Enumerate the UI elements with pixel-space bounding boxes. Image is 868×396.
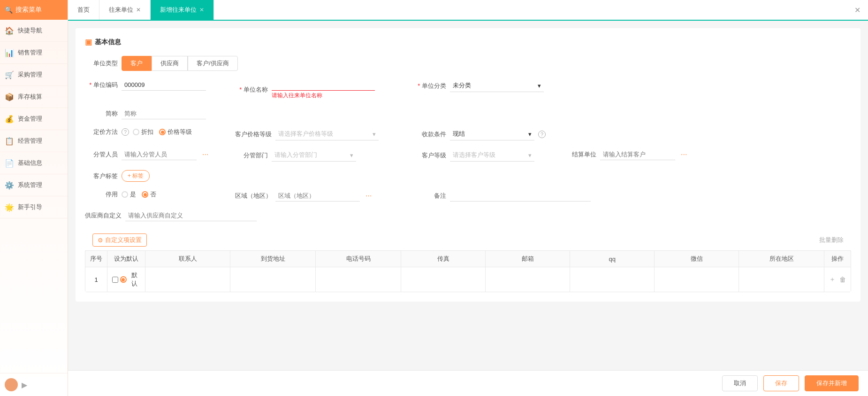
- sidebar-item-basic-info[interactable]: 📄 基础信息: [0, 152, 68, 174]
- unit-type-row: 单位类型 客户 供应商 客户/供应商: [85, 56, 851, 71]
- sidebar-item-quick-nav[interactable]: 🏠 快捷导航: [0, 20, 68, 42]
- search-menu[interactable]: 🔍 搜索菜单: [0, 0, 68, 20]
- window-close-button[interactable]: ✕: [847, 0, 868, 20]
- clipboard-icon: 📋: [5, 136, 14, 146]
- settlement-group: 结算单位 ···: [563, 149, 851, 160]
- col-email: 邮箱: [486, 251, 570, 267]
- abbreviation-row: 简称: [85, 108, 851, 119]
- batch-delete-button[interactable]: 批量删除: [819, 236, 844, 244]
- type-btn-customer[interactable]: 客户: [122, 56, 152, 71]
- cell-fax[interactable]: [401, 267, 486, 292]
- region-more-btn[interactable]: ···: [364, 192, 373, 200]
- unit-type-group: 单位类型 客户 供应商 客户/供应商: [85, 56, 851, 71]
- customer-price-level-placeholder: 请选择客户价格等级: [278, 130, 333, 138]
- sidebar-item-finance[interactable]: 💰 资金管理: [0, 108, 68, 130]
- cell-qq[interactable]: [570, 267, 654, 292]
- form-footer: 取消 保存 保存并新增: [68, 370, 868, 396]
- type-btn-supplier[interactable]: 供应商: [152, 56, 188, 71]
- cell-wechat[interactable]: [654, 267, 739, 292]
- row-checkbox[interactable]: [112, 277, 118, 283]
- search-menu-label: 搜索菜单: [15, 6, 42, 14]
- customer-level-select[interactable]: 请选择客户等级 ▾: [450, 149, 534, 162]
- contact-input[interactable]: [150, 276, 225, 283]
- chevron-down-icon: ▾: [538, 82, 541, 89]
- remarks-input[interactable]: [450, 190, 591, 202]
- default-radio[interactable]: 默认: [120, 271, 140, 288]
- settlement-input[interactable]: [600, 149, 675, 160]
- pricing-help-icon[interactable]: ?: [122, 128, 129, 136]
- customer-price-level-select[interactable]: 请选择客户价格等级 ▾: [275, 128, 379, 140]
- sidebar-item-sales[interactable]: 📊 销售管理: [0, 42, 68, 64]
- tab-trade-units[interactable]: 往来单位 ✕: [99, 0, 151, 20]
- doc-icon: 📄: [5, 158, 14, 168]
- sidebar-item-label: 系统管理: [18, 181, 42, 189]
- qq-input[interactable]: [575, 276, 649, 283]
- pricing-option1-label: 折扣: [141, 128, 153, 136]
- disabled-radio-yes[interactable]: 是: [122, 190, 136, 199]
- region-group: 区域（地区） ···: [235, 190, 413, 202]
- region-input[interactable]: [275, 190, 360, 202]
- disabled-radio-no[interactable]: 否: [142, 190, 156, 199]
- cell-contact[interactable]: [145, 267, 230, 292]
- expand-icon[interactable]: ▶: [22, 380, 27, 389]
- cell-address[interactable]: [230, 267, 316, 292]
- tag-row: 客户标签 + 标签: [85, 170, 851, 182]
- unit-name-input[interactable]: [272, 79, 375, 91]
- cancel-button[interactable]: 取消: [722, 375, 758, 391]
- sidebar-item-inventory[interactable]: 📦 库存核算: [0, 86, 68, 108]
- settlement-more-btn[interactable]: ···: [679, 150, 689, 159]
- email-input[interactable]: [490, 276, 565, 283]
- tab-home[interactable]: 首页: [68, 0, 99, 20]
- remarks-group: 备注: [413, 190, 851, 202]
- sidebar-item-operations[interactable]: 📋 经营管理: [0, 130, 68, 152]
- payment-help-icon[interactable]: ?: [538, 131, 546, 138]
- manager-input[interactable]: [122, 149, 197, 160]
- delete-row-icon[interactable]: 🗑: [839, 276, 846, 283]
- type-btn-both[interactable]: 客户/供应商: [188, 56, 238, 71]
- abbreviation-input[interactable]: [122, 108, 206, 119]
- payment-terms-select[interactable]: 现结 ▾: [450, 128, 534, 140]
- unit-type-buttons: 客户 供应商 客户/供应商: [122, 56, 238, 71]
- contact-table-section: ⚙ 自定义项设置 批量删除 序号 设为默认 联系人 到货地址 电话号码 传真: [85, 230, 851, 292]
- custom-settings-button[interactable]: ⚙ 自定义项设置: [92, 233, 147, 247]
- col-action: 操作: [824, 251, 851, 267]
- disabled-label: 停用: [85, 190, 118, 199]
- supplier-custom-group: 供应商自定义: [85, 210, 851, 221]
- phone-input[interactable]: [320, 276, 396, 283]
- tab-trade-units-close[interactable]: ✕: [136, 7, 141, 13]
- add-row-icon[interactable]: ＋: [829, 275, 836, 284]
- add-tag-button[interactable]: + 标签: [122, 170, 150, 182]
- sidebar-item-system[interactable]: ⚙️ 系统管理: [0, 174, 68, 196]
- pricing-radio-level[interactable]: 价格等级: [159, 128, 192, 136]
- tab-new-trade-unit[interactable]: 新增往来单位 ✕: [151, 0, 214, 20]
- address-input[interactable]: [235, 276, 311, 283]
- wechat-input[interactable]: [659, 276, 734, 283]
- col-seq: 序号: [85, 251, 107, 267]
- save-new-button[interactable]: 保存并新增: [805, 375, 859, 391]
- sidebar-item-purchase[interactable]: 🛒 采购管理: [0, 64, 68, 86]
- cell-action: ＋ 🗑: [824, 267, 851, 292]
- cell-region[interactable]: [739, 267, 824, 292]
- department-select[interactable]: 请输入分管部门 ▾: [272, 149, 356, 162]
- cell-phone[interactable]: [316, 267, 401, 292]
- tab-new-trade-unit-close[interactable]: ✕: [199, 7, 204, 13]
- unit-code-input[interactable]: [122, 79, 206, 91]
- cell-default[interactable]: 默认: [107, 267, 145, 292]
- customer-level-label: 客户等级: [413, 151, 446, 160]
- disabled-row: 停用 是 否 区域（地区） ···: [85, 190, 851, 202]
- contacts-table: 序号 设为默认 联系人 到货地址 电话号码 传真 邮箱 qq 微信 所在地区 操…: [85, 250, 851, 292]
- yes-label: 是: [130, 190, 136, 199]
- unit-category-select[interactable]: 未分类 ▾: [450, 79, 544, 92]
- fax-input[interactable]: [406, 276, 480, 283]
- manager-row: 分管人员 ··· 分管部门 请输入分管部门 ▾ 客户等级 请选择客户等级 ▾: [85, 149, 851, 162]
- pricing-radio-discount[interactable]: 折扣: [133, 128, 153, 136]
- unit-name-label: 单位名称: [235, 85, 268, 94]
- supplier-custom-input[interactable]: [125, 210, 257, 221]
- user-avatar: [5, 378, 18, 391]
- cell-email[interactable]: [486, 267, 570, 292]
- region-input[interactable]: [744, 276, 819, 283]
- tab-bar: 首页 往来单位 ✕ 新增往来单位 ✕ ✕: [68, 0, 868, 21]
- manager-more-btn[interactable]: ···: [200, 150, 210, 159]
- save-button[interactable]: 保存: [763, 375, 799, 391]
- sidebar-item-new-guide[interactable]: 🌟 新手引导: [0, 196, 68, 218]
